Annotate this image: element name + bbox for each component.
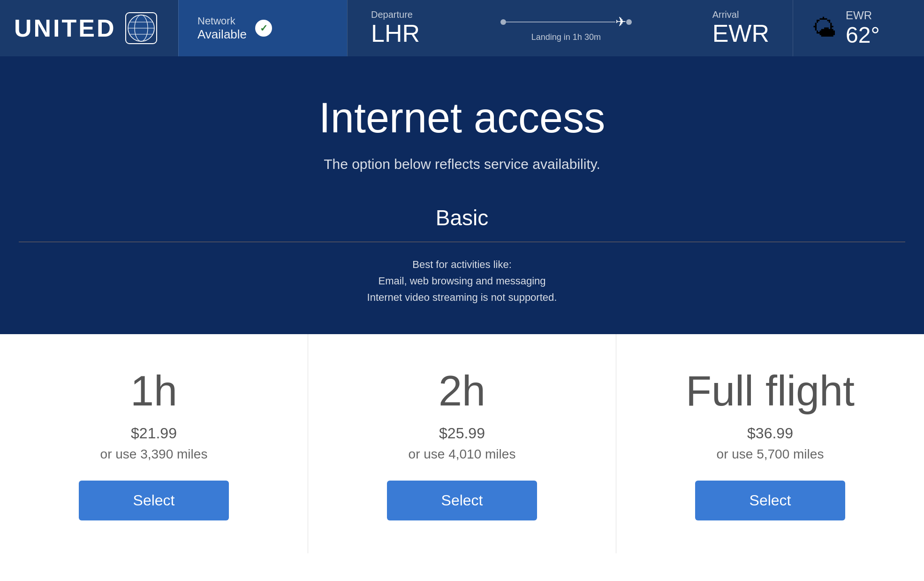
network-status-value: Available	[197, 27, 247, 42]
pricing-option-1h: 1h $21.99 or use 3,390 miles Select	[0, 334, 308, 553]
main-content: Internet access The option below reflect…	[0, 56, 924, 334]
network-label: Network	[197, 15, 247, 27]
weather-temperature: 62°	[846, 22, 880, 48]
departure-info: Departure LHR	[371, 9, 420, 47]
select-button-full-flight[interactable]: Select	[695, 481, 845, 520]
plan-name: Basic	[19, 205, 905, 230]
plan-desc-line1: Best for activities like:	[19, 256, 905, 273]
network-check-icon	[255, 20, 272, 37]
arrival-label: Arrival	[712, 9, 769, 20]
price-1h: $21.99	[131, 425, 177, 442]
departure-code: LHR	[371, 20, 420, 47]
select-button-2h[interactable]: Select	[387, 481, 537, 520]
duration-full-flight: Full flight	[686, 367, 855, 415]
duration-1h: 1h	[130, 367, 177, 415]
network-status-section: Network Available	[178, 0, 347, 56]
page-title: Internet access	[19, 94, 905, 142]
price-2h: $25.99	[439, 425, 485, 442]
plan-divider	[19, 242, 905, 242]
network-text: Network Available	[197, 15, 247, 42]
plan-description: Best for activities like: Email, web bro…	[19, 256, 905, 306]
path-end-dot	[626, 19, 632, 25]
weather-info: EWR 62°	[846, 9, 880, 48]
duration-2h: 2h	[439, 367, 485, 415]
pricing-option-2h: 2h $25.99 or use 4,010 miles Select	[308, 334, 616, 553]
weather-section: 🌤 EWR 62°	[793, 0, 924, 56]
price-full-flight: $36.99	[747, 425, 793, 442]
weather-icon: 🌤	[812, 14, 836, 42]
logo-section: UNITED	[0, 0, 178, 56]
path-start-dot	[500, 19, 506, 25]
arrival-code: EWR	[712, 20, 769, 47]
logo-text: UNITED	[14, 14, 116, 42]
plan-desc-line2: Email, web browsing and messaging	[19, 273, 905, 289]
weather-city: EWR	[846, 9, 880, 22]
flight-duration: Landing in 1h 30m	[531, 32, 601, 42]
pricing-option-full-flight: Full flight $36.99 or use 5,700 miles Se…	[616, 334, 924, 553]
pricing-section: 1h $21.99 or use 3,390 miles Select 2h $…	[0, 334, 924, 553]
app-header: UNITED Network Available Departure LHR ✈	[0, 0, 924, 56]
flight-info-section: Departure LHR ✈ Landing in 1h 30m Arriva…	[347, 0, 793, 56]
select-button-1h[interactable]: Select	[79, 481, 229, 520]
miles-full-flight: or use 5,700 miles	[717, 447, 824, 462]
plan-desc-line3: Internet video streaming is not supporte…	[19, 289, 905, 306]
flight-path-line: ✈	[500, 14, 632, 30]
arrival-info: Arrival EWR	[712, 9, 769, 47]
miles-2h: or use 4,010 miles	[409, 447, 516, 462]
page-subtitle: The option below reflects service availa…	[19, 156, 905, 172]
flight-path: ✈ Landing in 1h 30m	[434, 14, 698, 42]
miles-1h: or use 3,390 miles	[100, 447, 208, 462]
plane-icon: ✈	[615, 14, 626, 30]
logo-globe-icon	[125, 12, 158, 45]
path-line	[506, 22, 615, 23]
departure-label: Departure	[371, 9, 420, 20]
